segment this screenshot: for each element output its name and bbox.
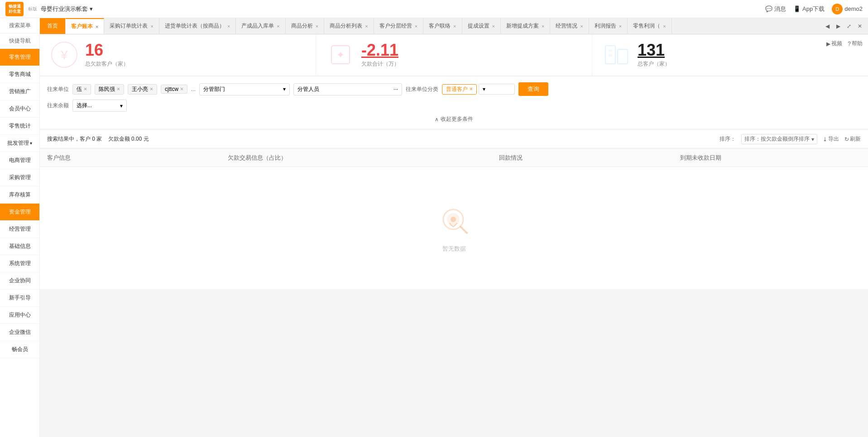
sidebar-item-marketing[interactable]: 营销推广 — [0, 83, 39, 100]
tab-retail-profit[interactable]: 零售利润（ × — [628, 18, 671, 34]
result-actions: 排序： 排序：按欠款金额倒序排序 ▾ ⤓ 导出 ↻ 刷新 — [719, 134, 861, 144]
tab-goods-analysis-list[interactable]: 商品分析列表 × — [324, 18, 374, 34]
sidebar-item-inventory[interactable]: 库存核算 — [0, 186, 39, 204]
tab-goods-in-stats[interactable]: 进货单统计表（按商品） × — [159, 18, 236, 34]
store-selector[interactable]: 母婴行业演示帐套 ▾ — [41, 5, 93, 13]
app-download-btn[interactable]: 📱 App下载 — [793, 5, 825, 13]
tab-expand-btn[interactable]: ⤢ — [844, 22, 854, 31]
sidebar-item-enterprise-wechat[interactable]: 企业微信 — [0, 324, 39, 341]
tab-customer-contact[interactable]: 客户联络 × — [423, 18, 462, 34]
unit-label: 往来单位 — [47, 86, 69, 93]
chevron-down-icon: ▾ — [90, 5, 93, 12]
tab-customer-tier[interactable]: 客户分层经营 × — [374, 18, 423, 34]
filter-tag-cjttcw[interactable]: cjttcw × — [161, 85, 187, 94]
sidebar-item-sys[interactable]: 系统管理 — [0, 255, 39, 272]
sidebar-item-app-center[interactable]: 应用中心 — [0, 307, 39, 324]
tab-ops-status[interactable]: 经营情况 × — [550, 18, 589, 34]
sidebar-item-ecommerce[interactable]: 电商管理 — [0, 152, 39, 169]
help-icon: ? — [848, 41, 851, 47]
remove-cjttcw-tag[interactable]: × — [180, 86, 183, 92]
tab-cost-in[interactable]: 产成品入库单 × — [236, 18, 285, 34]
top-bar: 畅捷通好生意 标版 母婴行业演示帐套 ▾ 💬 消息 📱 App下载 D demo… — [0, 0, 868, 18]
sidebar-search[interactable]: 搜索菜单 — [0, 18, 39, 33]
tab-close-contact[interactable]: × — [453, 24, 456, 29]
sidebar-item-member-center[interactable]: 会员中心 — [0, 100, 39, 118]
tab-close-retail-profit[interactable]: × — [663, 24, 666, 29]
unit-type-dropdown[interactable]: ▾ — [479, 84, 515, 95]
remove-wu-tag[interactable]: × — [84, 86, 87, 92]
tab-close-goods-analysis[interactable]: × — [316, 24, 318, 29]
filter-tag-chen[interactable]: 陈民强 × — [95, 84, 124, 95]
person-dropdown[interactable]: 分管人员 ··· — [293, 83, 402, 95]
tab-home[interactable]: 首页 — [40, 18, 66, 34]
selected-type-tag[interactable]: 普通客户 × — [442, 84, 477, 95]
tab-purchase-order-stats[interactable]: 采购订单统计表 × — [104, 18, 159, 34]
brand-sub: 标版 — [28, 6, 37, 12]
sidebar-item-basic-info[interactable]: 基础信息 — [0, 238, 39, 255]
stat-info-customers: 16 总欠款客户（家） — [85, 42, 129, 68]
filter-tag-wu[interactable]: 伍 × — [72, 84, 91, 95]
col-header-customer: 客户信息 — [47, 154, 228, 162]
filter-more-tags[interactable]: ... — [191, 86, 196, 92]
col-header-repay: 回款情况 — [499, 154, 680, 162]
user-avatar[interactable]: D demo2 — [832, 4, 863, 14]
refresh-btn[interactable]: ↻ 刷新 — [844, 135, 861, 143]
sidebar-item-member-vip[interactable]: 畅会员 — [0, 341, 39, 358]
user-name: demo2 — [844, 5, 863, 12]
tab-close-propose[interactable]: × — [492, 24, 495, 29]
person-more-icon: ··· — [393, 86, 398, 92]
content-area: 首页 客户账本 × 采购订单统计表 × 进货单统计表（按商品） × 产成品入库单… — [40, 18, 868, 437]
tab-propose-settings[interactable]: 提成设置 × — [462, 18, 501, 34]
empty-state: 暂无数据 — [40, 167, 868, 289]
sidebar-item-ops[interactable]: 经营管理 — [0, 221, 39, 238]
tab-close-profit[interactable]: × — [619, 24, 622, 29]
search-button[interactable]: 查询 — [518, 82, 548, 96]
tab-close-customer-capital[interactable]: × — [96, 24, 98, 29]
tab-next-btn[interactable]: ▶ — [834, 22, 843, 31]
remove-chen-tag[interactable]: × — [117, 86, 120, 92]
sidebar-item-capital[interactable]: 资金管理 — [0, 204, 39, 221]
sidebar-item-new-guide[interactable]: 新手引导 — [0, 290, 39, 307]
tab-close-new-propose[interactable]: × — [542, 24, 544, 29]
collapse-btn[interactable]: ∧ 收起更多条件 — [435, 115, 473, 123]
result-count: 0 — [92, 136, 95, 142]
tab-profit-report[interactable]: 利润报告 × — [589, 18, 628, 34]
brand-logo: 畅捷通好生意 — [5, 2, 24, 16]
dept-chevron-icon: ▾ — [283, 86, 286, 92]
tab-close-purchase[interactable]: × — [150, 24, 153, 29]
balance-dropdown[interactable]: 选择... ▾ — [72, 100, 127, 112]
collapse-up-icon: ∧ — [435, 116, 439, 123]
export-btn[interactable]: ⤓ 导出 — [823, 135, 839, 143]
tab-close-goods-list[interactable]: × — [365, 24, 368, 29]
tab-close-all-btn[interactable]: ✕ — [855, 22, 864, 31]
tab-new-propose[interactable]: 新增提成方案 × — [501, 18, 550, 34]
tab-close-goods-in[interactable]: × — [227, 24, 230, 29]
sidebar-item-purchase[interactable]: 采购管理 — [0, 169, 39, 186]
remove-wang-tag[interactable]: × — [150, 86, 153, 92]
sidebar-item-retail-stats[interactable]: 零售统计 — [0, 118, 39, 135]
tab-close-tier[interactable]: × — [415, 24, 417, 29]
video-icon: ▶ — [826, 41, 830, 47]
tab-customer-capital[interactable]: 客户账本 × — [66, 18, 104, 34]
sidebar-item-enterprise-collab[interactable]: 企业协同 — [0, 272, 39, 290]
video-btn[interactable]: ▶ 视频 — [826, 40, 842, 48]
sort-dropdown[interactable]: 排序：按欠款金额倒序排序 ▾ — [741, 134, 817, 144]
stat-card-debt: ✦ -2.11 欠款合计（万） — [316, 34, 592, 75]
tab-goods-analysis[interactable]: 商品分析 × — [286, 18, 324, 34]
tab-prev-btn[interactable]: ◀ — [823, 22, 832, 31]
tab-close-ops[interactable]: × — [580, 24, 583, 29]
sidebar-item-batch-mgmt[interactable]: 批发管理 ▾ — [0, 135, 39, 152]
message-btn[interactable]: 💬 消息 — [765, 5, 786, 13]
table-header: 客户信息 欠款交易信息（占比） 回款情况 到期未收款日期 — [40, 149, 868, 167]
sidebar-item-retail-mgmt[interactable]: 零售管理 — [0, 49, 39, 66]
tab-close-cost-in[interactable]: × — [277, 24, 279, 29]
col-header-debt: 欠款交易信息（占比） — [228, 154, 499, 162]
dept-dropdown[interactable]: 分管部门 ▾ — [199, 83, 290, 95]
stat-card-customers: ¥ 16 总欠款客户（家） — [40, 34, 316, 75]
remove-type-tag[interactable]: × — [470, 86, 473, 92]
sidebar-item-retail-mall[interactable]: 零售商城 — [0, 66, 39, 83]
filter-tag-wang[interactable]: 王小亮 × — [128, 84, 157, 95]
sidebar-quicknav[interactable]: 快捷导航 — [0, 33, 39, 49]
filter-row-2: 往来余额 选择... ▾ — [47, 100, 861, 112]
help-btn[interactable]: ? 帮助 — [848, 40, 863, 48]
